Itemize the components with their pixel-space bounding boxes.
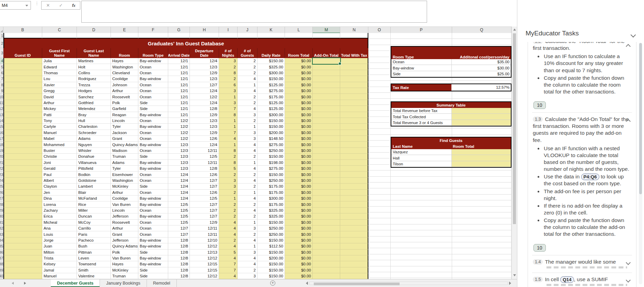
cell[interactable] (313, 261, 340, 267)
cell[interactable]: Ocean (138, 118, 168, 124)
cell[interactable] (3, 190, 42, 196)
cell[interactable]: Goldstone (77, 178, 111, 184)
cell[interactable]: 1 (219, 118, 238, 124)
cell[interactable]: Rodriguez (77, 76, 111, 82)
cell[interactable]: Hayes (111, 58, 138, 64)
vertical-scroll-thumb[interactable] (513, 33, 516, 224)
cell[interactable]: 3 (219, 88, 238, 94)
cell[interactable] (3, 106, 42, 112)
cell[interactable]: 12/5 (168, 201, 190, 207)
cell[interactable]: 4 (238, 261, 257, 267)
cell[interactable]: Ocean (138, 136, 168, 142)
cell[interactable]: $325.00 (257, 208, 285, 213)
cell[interactable]: Trezza (77, 82, 111, 88)
cell[interactable]: $0.00 (285, 88, 313, 94)
horizontal-scroll-thumb[interactable] (314, 283, 400, 285)
cell[interactable]: Lincoln (111, 208, 138, 213)
cell[interactable]: 12/3 (168, 160, 190, 166)
cell[interactable]: 3 (238, 112, 257, 118)
task-item-1.4[interactable]: 1.4The manager would like some (532, 255, 632, 273)
cell[interactable] (340, 255, 368, 261)
cell[interactable]: Side (138, 154, 168, 159)
cell[interactable]: 12/2 (168, 118, 190, 124)
cell[interactable]: Lambert (77, 184, 111, 189)
cell[interactable]: Bay-window (138, 58, 168, 64)
cell[interactable] (313, 64, 340, 70)
cell[interactable]: 12/1 (168, 106, 190, 112)
cell[interactable]: 12/7 (190, 208, 219, 213)
sheet-horizontal-scrollbar[interactable] (306, 281, 511, 285)
cell[interactable] (3, 166, 42, 172)
cell[interactable] (313, 267, 340, 273)
cell[interactable]: Mickey (42, 106, 77, 112)
cell[interactable]: Washington (111, 178, 138, 184)
cell[interactable]: $200.00 (257, 255, 285, 261)
cell[interactable]: $0.00 (285, 148, 313, 154)
add-sheet-button[interactable]: + (270, 280, 275, 286)
cell[interactable]: 3 (238, 130, 257, 136)
cell[interactable] (3, 94, 42, 100)
cell[interactable]: Jorge (42, 238, 77, 243)
cell[interactable]: Arthur (111, 225, 138, 231)
name-box-dropdown-icon[interactable] (25, 5, 28, 7)
cell[interactable] (3, 124, 42, 130)
tasks-scrollbar[interactable] (639, 43, 642, 284)
cell[interactable]: 2 (219, 201, 238, 207)
cell[interactable]: Paris (77, 231, 111, 237)
cell[interactable]: 3 (219, 58, 238, 64)
cell[interactable]: Tony (42, 118, 77, 124)
cell[interactable]: 2 (219, 76, 238, 82)
task-item-1.5[interactable]: 1.5In cell Q14, use a SUMIF (532, 273, 632, 287)
cell[interactable]: $0.00 (285, 58, 313, 64)
cell[interactable]: Pittsfield (77, 166, 111, 172)
cell[interactable]: 2 (238, 267, 257, 273)
cell[interactable]: 12/3 (168, 142, 190, 147)
cell[interactable] (3, 88, 42, 94)
cell[interactable]: Madison (111, 148, 138, 154)
cell[interactable]: Johnson (111, 82, 138, 88)
row-header-16[interactable]: 16 (0, 130, 3, 136)
cell[interactable]: Bay-window (138, 166, 168, 172)
cell[interactable] (3, 154, 42, 159)
cell[interactable]: 4 (238, 196, 257, 201)
row-header-29[interactable]: 29 (0, 208, 3, 213)
cell[interactable]: Sanchez (77, 94, 111, 100)
cell[interactable]: Julia (42, 58, 77, 64)
cell[interactable]: Ocean (138, 64, 168, 70)
cell[interactable] (340, 64, 368, 70)
cell[interactable]: $0.00 (285, 166, 313, 172)
cell[interactable]: Ocean (138, 130, 168, 136)
row-header-36[interactable]: 36 (0, 250, 3, 255)
cell[interactable]: 12/7 (190, 82, 219, 88)
cell[interactable]: 12/7 (190, 184, 219, 189)
cell[interactable]: 4 (219, 136, 238, 142)
cell[interactable] (3, 220, 42, 225)
cell[interactable]: Reagan (111, 112, 138, 118)
cell[interactable]: 12/4 (168, 184, 190, 189)
cell[interactable]: $0.00 (285, 184, 313, 189)
cell[interactable]: $0.00 (285, 190, 313, 196)
cell[interactable]: McKinley (111, 267, 138, 273)
cell[interactable]: 1 (219, 124, 238, 130)
cell[interactable]: Bay-window (138, 112, 168, 118)
cell[interactable]: 12/1 (168, 94, 190, 100)
tab-scroll-right-icon[interactable] (24, 282, 26, 285)
cell[interactable]: $150.00 (257, 273, 285, 279)
cell[interactable] (313, 225, 340, 231)
cell[interactable]: Bush (77, 243, 111, 249)
cell[interactable]: Bay-window (138, 243, 168, 249)
cell[interactable]: 2 (219, 238, 238, 243)
cell[interactable] (313, 208, 340, 213)
cell[interactable]: Bay-window (138, 213, 168, 219)
cell[interactable] (313, 255, 340, 261)
cell[interactable]: Bay-window (138, 238, 168, 243)
cell[interactable]: 7 (219, 106, 238, 112)
cell[interactable]: $150.00 (257, 58, 285, 64)
cell[interactable]: Carrillo (77, 225, 111, 231)
cell[interactable]: Side (138, 250, 168, 255)
row-header-34[interactable]: 34 (0, 238, 3, 243)
cell[interactable] (313, 70, 340, 76)
cell[interactable]: Schroeder (77, 130, 111, 136)
cell[interactable] (340, 184, 368, 189)
row-header-15[interactable]: 15 (0, 124, 3, 130)
